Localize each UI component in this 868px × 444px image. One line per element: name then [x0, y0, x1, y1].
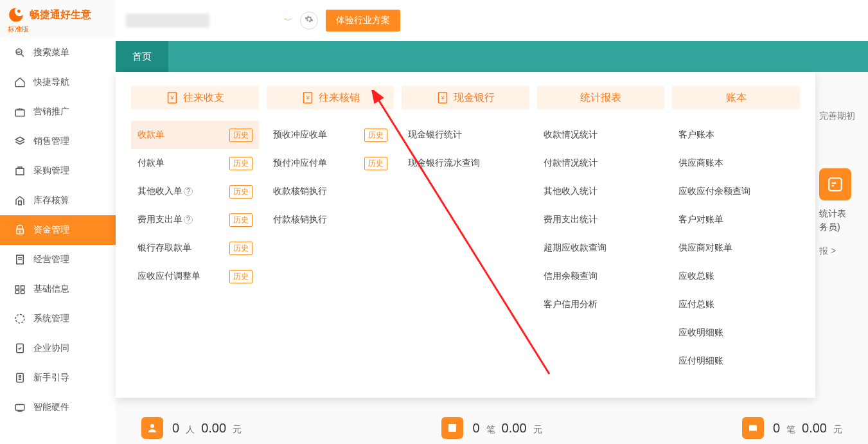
- stat-icon: [141, 417, 163, 439]
- history-tag[interactable]: 历史: [229, 270, 252, 283]
- sidebar-item-11[interactable]: 新手引导: [0, 363, 116, 393]
- mega-item-4-2[interactable]: 应收应付余额查询: [672, 177, 800, 206]
- mega-item-0-3[interactable]: 费用支出单 ?历史: [131, 206, 259, 234]
- mega-col-header: ¥往来收支: [131, 86, 259, 109]
- sidebar-item-10[interactable]: 企业协同: [0, 333, 116, 363]
- mega-col-header: 账本: [672, 86, 800, 109]
- tab-home[interactable]: 首页: [116, 41, 168, 72]
- stat-2: 0笔0.00元: [742, 417, 842, 439]
- mega-item-4-6[interactable]: 应付总账: [672, 290, 800, 319]
- mega-item-label: 应收总账: [678, 271, 793, 282]
- mega-item-1-0[interactable]: 预收冲应收单历史: [267, 121, 394, 149]
- mega-item-3-0[interactable]: 收款情况统计: [537, 121, 665, 149]
- sidebar-item-0[interactable]: 搜索菜单: [0, 38, 116, 67]
- sidebar-item-4[interactable]: 采购管理: [0, 156, 116, 186]
- gear-icon: [305, 15, 314, 26]
- history-tag[interactable]: 历史: [364, 129, 387, 142]
- stat-text: 0人0.00元: [172, 421, 242, 436]
- mega-item-4-5[interactable]: 应收总账: [672, 262, 800, 290]
- doc-icon: ¥: [436, 91, 450, 105]
- mega-item-label: 客户账本: [678, 129, 793, 141]
- more-reports-link[interactable]: 报 >: [819, 245, 868, 257]
- mega-item-4-7[interactable]: 应收明细账: [672, 319, 800, 347]
- mega-item-label: 供应商对账单: [678, 242, 793, 254]
- nav-label: 快捷导航: [33, 76, 69, 88]
- hint-complete-initial[interactable]: 完善期初: [819, 111, 868, 122]
- history-tag[interactable]: 历史: [364, 157, 387, 170]
- svg-rect-5: [15, 110, 24, 116]
- mega-item-1-3[interactable]: 付款核销执行: [267, 206, 394, 234]
- mega-item-2-1[interactable]: 现金银行流水查询: [402, 149, 529, 177]
- mega-item-1-2[interactable]: 收款核销执行: [267, 177, 394, 206]
- help-icon[interactable]: ?: [184, 187, 193, 196]
- svg-rect-16: [21, 290, 24, 294]
- sidebar-item-2[interactable]: 营销推广: [0, 97, 116, 127]
- svg-point-0: [17, 10, 21, 13]
- mega-item-1-1[interactable]: 预付冲应付单历史: [267, 149, 394, 177]
- sidebar-item-5[interactable]: 库存核算: [0, 186, 116, 215]
- sidebar-item-1[interactable]: 快捷导航: [0, 67, 116, 97]
- mega-item-0-2[interactable]: 其他收入单 ?历史: [131, 177, 259, 206]
- top-header: ﹀ 体验行业方案: [116, 0, 868, 41]
- history-tag[interactable]: 历史: [229, 185, 252, 199]
- svg-rect-22: [15, 405, 24, 411]
- sidebar-item-7[interactable]: 经营管理: [0, 245, 116, 274]
- svg-rect-3: [17, 52, 20, 53]
- doc-icon: ¥: [165, 91, 179, 105]
- nav-label: 采购管理: [33, 165, 69, 177]
- mega-item-3-4[interactable]: 超期应收款查询: [537, 234, 665, 262]
- svg-text:¥: ¥: [170, 94, 175, 101]
- sidebar-item-8[interactable]: 基础信息: [0, 274, 116, 304]
- sidebar-item-3[interactable]: 销售管理: [0, 127, 116, 156]
- mega-item-0-1[interactable]: 付款单历史: [131, 149, 259, 177]
- sidebar-item-9[interactable]: 系统管理: [0, 304, 116, 333]
- history-tag[interactable]: 历史: [229, 129, 252, 142]
- nav-label: 基础信息: [33, 283, 69, 295]
- mega-item-4-0[interactable]: 客户账本: [672, 121, 800, 149]
- sidebar-item-6[interactable]: ¥资金管理: [0, 215, 116, 245]
- stat-text: 0笔0.00元: [773, 421, 842, 436]
- mega-item-label: 其他收入统计: [544, 186, 659, 197]
- mega-item-0-0[interactable]: 收款单历史: [131, 121, 259, 149]
- nav-icon: ¥: [14, 224, 26, 236]
- mega-item-label: 供应商账本: [678, 157, 793, 169]
- chart-shortcut-icon[interactable]: [819, 168, 851, 200]
- history-tag[interactable]: 历史: [229, 242, 252, 255]
- mega-item-label: 费用支出单 ?: [137, 214, 229, 226]
- mega-item-label: 应收应付余额查询: [678, 186, 793, 197]
- company-selector[interactable]: ﹀: [126, 13, 292, 28]
- mega-col-header: ¥现金银行: [402, 86, 529, 109]
- mega-item-3-1[interactable]: 付款情况统计: [537, 149, 665, 177]
- nav-icon: [14, 106, 26, 118]
- mega-item-label: 费用支出统计: [544, 214, 659, 226]
- mega-item-3-6[interactable]: 客户信用分析: [537, 290, 665, 319]
- mega-item-label: 应收应付调整单: [137, 271, 229, 282]
- history-tag[interactable]: 历史: [229, 213, 252, 227]
- nav-label: 系统管理: [33, 313, 69, 324]
- mega-item-4-1[interactable]: 供应商账本: [672, 149, 800, 177]
- mega-col-title: 现金银行: [454, 91, 495, 105]
- logo-block: 畅捷通好生意 标准版: [0, 0, 116, 38]
- mega-col-header: ¥往来核销: [267, 86, 394, 109]
- mega-item-label: 超期应收款查询: [544, 242, 659, 254]
- mega-item-3-5[interactable]: 信用余额查询: [537, 262, 665, 290]
- mega-item-0-4[interactable]: 银行存取款单历史: [131, 234, 259, 262]
- mega-item-3-3[interactable]: 费用支出统计: [537, 206, 665, 234]
- nav-icon: [14, 165, 26, 177]
- settings-button[interactable]: [300, 12, 318, 30]
- help-icon[interactable]: ?: [184, 215, 193, 224]
- mega-item-4-3[interactable]: 客户对账单: [672, 206, 800, 234]
- mega-item-4-8[interactable]: 应付明细账: [672, 347, 800, 375]
- industry-plan-button[interactable]: 体验行业方案: [326, 10, 400, 31]
- mega-item-0-5[interactable]: 应收应付调整单历史: [131, 262, 259, 290]
- mega-item-4-4[interactable]: 供应商对账单: [672, 234, 800, 262]
- mega-col-0: ¥往来收支收款单历史付款单历史其他收入单 ?历史费用支出单 ?历史银行存取款单历…: [127, 86, 263, 386]
- sidebar-item-12[interactable]: 智能硬件: [0, 393, 116, 422]
- mega-col-2: ¥现金银行现金银行统计现金银行流水查询: [398, 86, 533, 386]
- mega-item-label: 客户对账单: [678, 214, 793, 226]
- mega-item-2-0[interactable]: 现金银行统计: [402, 121, 529, 149]
- app-title: 畅捷通好生意: [30, 8, 91, 22]
- mega-item-3-2[interactable]: 其他收入统计: [537, 177, 665, 206]
- history-tag[interactable]: 历史: [229, 157, 252, 170]
- stat-text: 0笔0.00元: [472, 421, 542, 436]
